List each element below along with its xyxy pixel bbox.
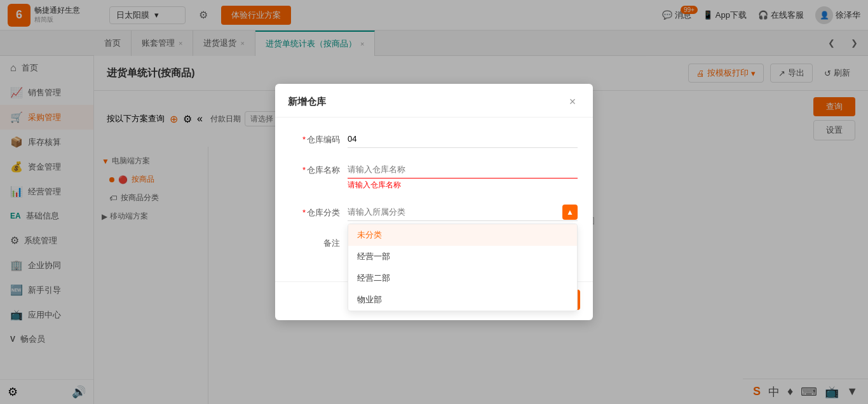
category-input[interactable]: [348, 203, 578, 221]
category-dropdown: 未分类 经营一部 经营二部 物业部: [348, 224, 578, 311]
new-warehouse-modal: 新增仓库 × *仓库编码 *仓库名称 请输入仓库名称: [275, 84, 593, 320]
category-label: *仓库分类: [290, 203, 348, 219]
name-error-hint: 请输入仓库名称: [348, 180, 578, 191]
name-label: *仓库名称: [290, 161, 348, 176]
form-row-name: *仓库名称 请输入仓库名称: [290, 161, 578, 191]
modal-header: 新增仓库 ×: [275, 84, 593, 118]
dropdown-item-dept2[interactable]: 经营二部: [348, 267, 577, 289]
modal-body: *仓库编码 *仓库名称 请输入仓库名称 *仓库分类: [275, 118, 593, 281]
modal-title: 新增仓库: [288, 96, 326, 108]
name-field: 请输入仓库名称: [348, 161, 578, 191]
remark-label: 备注: [290, 234, 348, 249]
name-input[interactable]: [348, 161, 578, 178]
dropdown-item-dept1[interactable]: 经营一部: [348, 246, 577, 267]
category-select-wrapper: ▲: [348, 203, 578, 221]
modal-close-button[interactable]: ×: [565, 94, 580, 109]
category-field: ▲ 未分类 经营一部 经营二部 物业部: [348, 203, 578, 221]
code-input[interactable]: [348, 130, 578, 148]
form-row-category: *仓库分类 ▲ 未分类 经营一部 经营二部 物业部: [290, 203, 578, 221]
form-row-code: *仓库编码: [290, 130, 578, 148]
category-dropdown-toggle[interactable]: ▲: [562, 205, 578, 220]
dropdown-item-uncategorized[interactable]: 未分类: [348, 224, 577, 246]
code-field: [348, 130, 578, 148]
dropdown-item-dept3[interactable]: 物业部: [348, 289, 577, 311]
code-label: *仓库编码: [290, 130, 348, 145]
modal-overlay[interactable]: 新增仓库 × *仓库编码 *仓库名称 请输入仓库名称: [0, 0, 868, 404]
